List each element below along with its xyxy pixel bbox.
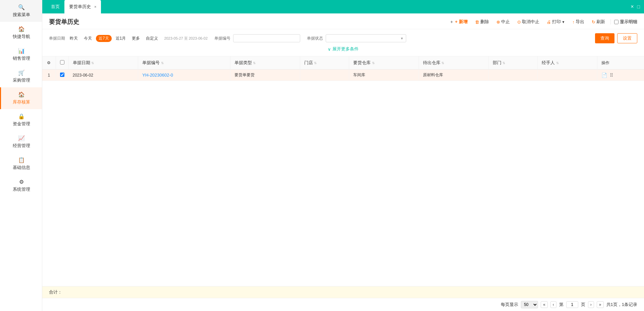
print-button[interactable]: 🖨 打印 ▼ xyxy=(545,17,567,26)
doc-status-filter-group: 单据状态 ▼ xyxy=(307,34,406,42)
page-suffix: 页 xyxy=(581,302,585,308)
col-header-department[interactable]: 部门 ⇅ xyxy=(488,56,538,70)
page-title: 要货单历史 xyxy=(49,18,79,26)
sidebar-item-sales-mgmt[interactable]: 📊销售管理 xyxy=(0,44,42,65)
tab-close-yaohuodan-history[interactable]: × xyxy=(94,5,96,9)
doc-number-label: 单据编号 xyxy=(214,36,230,41)
new-button[interactable]: ＋ + 新增 xyxy=(447,17,469,26)
toolbar: ＋ + 新增 🗑 删除 ⊗ 中止 ⊙ 取消中止 🖨 打印 xyxy=(447,17,637,26)
date-option-yesterday[interactable]: 昨天 xyxy=(68,35,80,42)
page-size-label: 每页显示 xyxy=(501,302,518,308)
refresh-button[interactable]: ↻ 刷新 xyxy=(590,17,607,26)
stop-button[interactable]: ⊗ 中止 xyxy=(494,17,512,26)
col-header-handler[interactable]: 经手人 ⇅ xyxy=(538,56,597,70)
row-delete-icon-0[interactable]: ⠿ xyxy=(610,73,613,78)
sidebar-item-finance-mgmt[interactable]: 🔒资金管理 xyxy=(0,109,42,131)
sidebar-item-inventory[interactable]: 🏠库存核算 xyxy=(0,87,42,109)
date-filter-label: 单据日期 xyxy=(49,36,65,41)
display-detail-toggle[interactable]: 显示明细 xyxy=(614,19,637,25)
sidebar-label-sys-mgmt: 系统管理 xyxy=(13,186,30,192)
col-header-store[interactable]: 门店 ⇅ xyxy=(300,56,349,70)
date-option-last-month[interactable]: 近1月 xyxy=(114,35,128,42)
sidebar-item-ops-mgmt[interactable]: 📈经营管理 xyxy=(0,131,42,153)
col-header-doc-date[interactable]: 单据日期 ⇅ xyxy=(68,56,138,70)
data-table: ⚙ 单据日期 ⇅ 单据编号 ⇅ 单据类型 ⇅ 门店 ⇅ 要货仓库 ⇅ 待出仓库 … xyxy=(42,56,644,81)
query-button[interactable]: 查询 xyxy=(595,33,614,43)
date-option-custom[interactable]: 自定义 xyxy=(144,35,160,42)
doc-number-link-0[interactable]: YH-20230602-0 xyxy=(142,73,173,78)
sidebar-icon-search-menu: 🔍 xyxy=(18,4,25,10)
first-page-button[interactable]: « xyxy=(541,301,548,308)
sidebar-item-purchase-mgmt[interactable]: 🛒采购管理 xyxy=(0,65,42,87)
sort-pending-warehouse-icon: ⇅ xyxy=(441,61,444,65)
tab-yaohuodan-history[interactable]: 要货单历史× xyxy=(64,0,101,13)
tab-label-home: 首页 xyxy=(51,4,60,10)
sort-req-warehouse-icon: ⇅ xyxy=(372,61,375,65)
date-filter-options: 昨天 今天 近7天 近1月 更多 自定义 xyxy=(68,35,160,42)
last-page-button[interactable]: » xyxy=(597,301,604,308)
col-header-req-warehouse[interactable]: 要货仓库 ⇅ xyxy=(349,56,419,70)
page-content: 要货单历史 ＋ + 新增 🗑 删除 ⊗ 中止 ⊙ 取消中止 xyxy=(42,13,644,311)
row-doc-number-0[interactable]: YH-20230602-0 xyxy=(138,70,230,81)
tab-label-yaohuodan-history: 要货单历史 xyxy=(69,4,91,10)
next-page-button[interactable]: › xyxy=(588,301,594,308)
row-edit-icon-0[interactable]: 📄 xyxy=(601,73,607,78)
col-header-doc-number[interactable]: 单据编号 ⇅ xyxy=(138,56,230,70)
sidebar-label-search-menu: 搜索菜单 xyxy=(13,12,30,18)
row-doc-type-0: 要货单要货 xyxy=(230,70,300,81)
top-bar: 首页要货单历史× × □ xyxy=(42,0,644,13)
settings-col-header[interactable]: ⚙ xyxy=(42,56,56,70)
sidebar-icon-sys-mgmt: ⚙ xyxy=(19,179,24,185)
sidebar-label-sales-mgmt: 销售管理 xyxy=(13,55,30,61)
sidebar-label-purchase-mgmt: 采购管理 xyxy=(13,77,30,83)
export-button[interactable]: ↑ 导出 xyxy=(571,17,587,26)
print-icon: 🖨 xyxy=(547,19,551,25)
date-option-today[interactable]: 今天 xyxy=(82,35,94,42)
total-info: 共1页，1条记录 xyxy=(606,302,637,308)
row-handler-0 xyxy=(538,70,597,81)
sidebar-icon-finance-mgmt: 🔒 xyxy=(18,113,25,120)
sidebar-label-inventory: 库存核算 xyxy=(13,99,30,105)
row-req-warehouse-0: 车间库 xyxy=(349,70,419,81)
delete-button[interactable]: 🗑 删除 xyxy=(473,17,491,26)
sidebar-item-sys-mgmt[interactable]: ⚙系统管理 xyxy=(0,175,42,196)
page-size-select[interactable]: 50 20 100 200 xyxy=(521,301,538,308)
sort-handler-icon: ⇅ xyxy=(556,61,559,65)
checkbox-col-header xyxy=(56,56,68,70)
table-row: 1 2023-06-02 YH-20230602-0 要货单要货 车间库 原材料… xyxy=(42,70,644,81)
tab-home[interactable]: 首页 xyxy=(46,0,64,13)
close-window-button[interactable]: × xyxy=(631,4,634,10)
summary-label: 合计： xyxy=(49,289,62,295)
doc-status-input[interactable] xyxy=(326,34,406,42)
sidebar-item-basic-info[interactable]: 📋基础信息 xyxy=(0,153,42,175)
prev-page-button[interactable]: ‹ xyxy=(550,301,556,308)
page-number-input[interactable] xyxy=(566,301,578,308)
expand-icon: ∨ xyxy=(328,47,331,52)
sidebar-item-search-menu[interactable]: 🔍搜索菜单 xyxy=(0,0,42,22)
date-option-more[interactable]: 更多 xyxy=(130,35,142,42)
sidebar-label-ops-mgmt: 经营管理 xyxy=(13,143,30,149)
delete-icon: 🗑 xyxy=(475,19,479,25)
sort-doc-type-icon: ⇅ xyxy=(253,61,256,65)
row-checkbox-0[interactable] xyxy=(56,70,68,81)
row-store-0 xyxy=(300,70,349,81)
settings-button[interactable]: 设置 xyxy=(617,33,637,43)
date-range-display: 2023-05-27 至 2023-06-02 xyxy=(164,36,208,41)
col-header-pending-warehouse[interactable]: 待出仓库 ⇅ xyxy=(419,56,489,70)
plus-icon: ＋ xyxy=(449,19,454,25)
sidebar: 🔍搜索菜单🏠快捷导航📊销售管理🛒采购管理🏠库存核算🔒资金管理📈经营管理📋基础信息… xyxy=(0,0,42,311)
select-all-checkbox[interactable] xyxy=(60,60,64,64)
date-option-last7days[interactable]: 近7天 xyxy=(96,35,112,42)
maximize-window-button[interactable]: □ xyxy=(637,4,640,9)
sidebar-icon-quick-nav: 🏠 xyxy=(18,26,25,32)
cancel-stop-button[interactable]: ⊙ 取消中止 xyxy=(515,17,541,26)
table-footer: 合计： xyxy=(42,286,644,298)
table-area: ⚙ 单据日期 ⇅ 单据编号 ⇅ 单据类型 ⇅ 门店 ⇅ 要货仓库 ⇅ 待出仓库 … xyxy=(42,56,644,286)
sidebar-item-quick-nav[interactable]: 🏠快捷导航 xyxy=(0,22,42,44)
display-detail-checkbox[interactable] xyxy=(614,20,619,24)
sidebar-label-quick-nav: 快捷导航 xyxy=(13,34,30,40)
doc-number-input[interactable] xyxy=(233,34,300,42)
date-filter-group: 单据日期 昨天 今天 近7天 近1月 更多 自定义 2023-05-27 至 2… xyxy=(49,35,208,42)
col-header-doc-type[interactable]: 单据类型 ⇅ xyxy=(230,56,300,70)
expand-more-button[interactable]: ∨ 展开更多条件 xyxy=(49,46,637,52)
